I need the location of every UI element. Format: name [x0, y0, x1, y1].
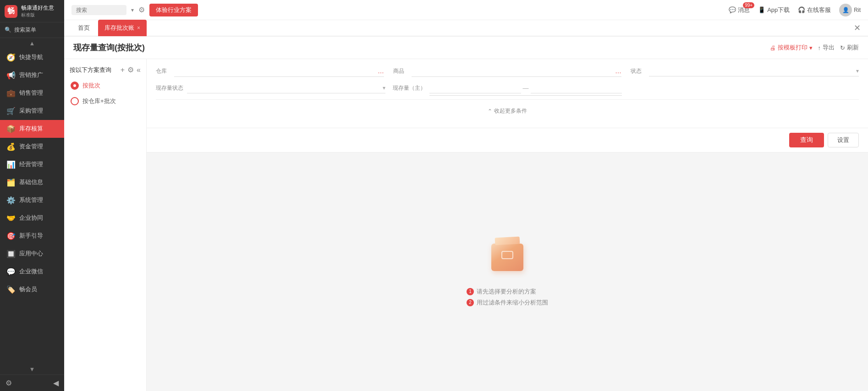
sidebar-item-purchase[interactable]: 🛒 采购管理 [0, 102, 64, 120]
stock-status-control[interactable]: ▾ [187, 83, 385, 93]
app-title: 畅康通好生意 [21, 5, 54, 12]
stock-qty-dash: — [523, 85, 529, 92]
collapse-row: ⌃ 收起更多条件 [156, 99, 859, 124]
filter-grid-row1: 仓库 … 商品 … [156, 65, 859, 77]
topbar-gear-btn[interactable]: ⚙ [138, 5, 145, 14]
sidebar-item-system[interactable]: ⚙️ 系统管理 [0, 191, 64, 209]
trial-industry-btn[interactable]: 体验行业方案 [149, 4, 198, 16]
sidebar-item-appstore[interactable]: 🔲 应用中心 [0, 245, 64, 263]
sidebar: 畅 畅康通好生意 标准版 🔍 搜索菜单 ▲ 🧭 快捷导航 📢 营销推广 💼 销售… [0, 0, 64, 391]
page-title: 现存量查询(按批次) [73, 42, 145, 53]
page-header: 现存量查询(按批次) 🖨 按模板打印 ▾ ↑ 导出 ↻ 刷新 [64, 37, 868, 59]
filter-row2: 现存量状态 ▾ 现存量（主） — [156, 81, 859, 96]
basic-icon: 🗂️ [6, 178, 16, 187]
sidebar-item-label: 采购管理 [19, 107, 43, 115]
stock-qty-control: — [429, 81, 622, 96]
status-control[interactable]: ▾ [649, 66, 859, 76]
tip-num-1: 1 [467, 288, 474, 295]
sidebar-item-label: 系统管理 [19, 196, 43, 204]
tabbar-close-btn[interactable]: ✕ [854, 23, 861, 33]
shortcut-icon: 🧭 [6, 53, 16, 62]
export-btn[interactable]: ↑ 导出 [818, 43, 835, 52]
tab-home[interactable]: 首页 [71, 20, 96, 36]
warehouse-more-icon[interactable]: … [378, 67, 384, 75]
sidebar-item-label: 应用中心 [19, 250, 43, 258]
scheme-panel-title: 按以下方案查询 [70, 66, 111, 74]
scheme-dot-by-batch [71, 81, 79, 90]
user-profile-btn[interactable]: 👤 Rit [839, 4, 861, 16]
app-download-btn[interactable]: 📱 App下载 [758, 6, 790, 14]
sidebar-item-inventory[interactable]: 📦 库存核算 [0, 120, 64, 138]
sidebar-item-marketing[interactable]: 📢 营销推广 [0, 66, 64, 84]
template-print-btn[interactable]: 🖨 按模板打印 ▾ [770, 43, 813, 52]
goods-more-icon[interactable]: … [615, 67, 621, 75]
action-buttons-row: 查询 设置 [147, 128, 868, 152]
main-right: 仓库 … 商品 … [147, 59, 868, 391]
headset-icon: 🎧 [798, 6, 805, 13]
tab-close-icon[interactable]: × [137, 25, 140, 31]
sidebar-item-finance[interactable]: 💰 资金管理 [0, 138, 64, 156]
add-scheme-btn[interactable]: + [121, 66, 125, 74]
topbar: ▾ ⚙ 体验行业方案 💬 消息 99+ 📱 App下载 🎧 在线客服 👤 Rit [64, 0, 868, 20]
sidebar-item-wechat[interactable]: 💬 企业微信 [0, 263, 64, 281]
printer-icon: 🖨 [770, 44, 776, 51]
sidebar-item-label: 畅会员 [19, 285, 37, 293]
sidebar-item-member[interactable]: 🏷️ 畅会员 [0, 281, 64, 299]
settings-scheme-btn[interactable]: ⚙ [127, 65, 134, 74]
dropdown-btn[interactable]: ▾ [131, 7, 134, 13]
username: Rit [854, 7, 861, 13]
app-subtitle: 标准版 [21, 12, 54, 18]
tab-inventory-batch[interactable]: 库存批次账 × [98, 20, 147, 36]
sales-icon: 💼 [6, 89, 16, 98]
stock-qty-from[interactable] [429, 82, 521, 93]
online-service-btn[interactable]: 🎧 在线客服 [798, 6, 831, 14]
messages-btn[interactable]: 💬 消息 99+ [729, 6, 750, 14]
scroll-up-btn[interactable]: ▲ [0, 38, 64, 49]
settings-btn[interactable]: 设置 [828, 133, 859, 147]
sidebar-item-label: 营销推广 [19, 71, 43, 79]
dropdown-arrow-icon: ▾ [809, 44, 813, 51]
sidebar-item-label: 新手引导 [19, 232, 43, 240]
inventory-icon: 📦 [6, 125, 16, 133]
breadcrumb-input[interactable] [71, 5, 126, 15]
search-menu-item[interactable]: 🔍 搜索菜单 [0, 22, 64, 38]
sidebar-item-label: 快捷导航 [19, 53, 43, 61]
scheme-panel-header-actions: + ⚙ « [121, 65, 141, 74]
filter-warehouse: 仓库 … [156, 65, 384, 77]
sidebar-item-shortcut[interactable]: 🧭 快捷导航 [0, 49, 64, 66]
stock-status-arrow-icon: ▾ [383, 85, 385, 91]
newbie-icon: 🎯 [6, 232, 16, 240]
stock-qty-to[interactable] [531, 82, 622, 93]
search-menu-label: 搜索菜单 [14, 26, 36, 34]
scheme-panel-header: 按以下方案查询 + ⚙ « [64, 64, 146, 78]
filter-goods: 商品 … [393, 65, 621, 77]
collapse-more-btn[interactable]: ⌃ 收起更多条件 [488, 105, 527, 117]
sidebar-item-sales[interactable]: 💼 销售管理 [0, 84, 64, 102]
status-arrow-icon: ▾ [856, 68, 859, 74]
refresh-btn[interactable]: ↻ 刷新 [840, 43, 859, 52]
query-btn[interactable]: 查询 [789, 133, 824, 147]
sidebar-item-operations[interactable]: 📊 经营管理 [0, 156, 64, 174]
settings-icon[interactable]: ⚙ [5, 379, 12, 387]
collapse-scheme-btn[interactable]: « [137, 66, 141, 74]
appstore-icon: 🔲 [6, 250, 16, 258]
sidebar-header: 畅 畅康通好生意 标准版 [0, 0, 64, 22]
scheme-item-by-warehouse-batch[interactable]: 按仓库+批次 [64, 93, 146, 109]
message-icon: 💬 [729, 6, 736, 13]
empty-tips: 1 请先选择要分析的方案 2 用过滤条件来缩小分析范围 [467, 288, 548, 310]
sidebar-item-newbie[interactable]: 🎯 新手引导 [0, 227, 64, 245]
sidebar-item-label: 资金管理 [19, 142, 43, 151]
main-area: ▾ ⚙ 体验行业方案 💬 消息 99+ 📱 App下载 🎧 在线客服 👤 Rit [64, 0, 868, 391]
goods-label: 商品 [393, 67, 408, 75]
collapse-sidebar-icon[interactable]: ◀ [53, 379, 59, 387]
sidebar-item-enterprise[interactable]: 🤝 企业协同 [0, 209, 64, 227]
operations-icon: 📊 [6, 160, 16, 169]
scroll-down-btn[interactable]: ▼ [0, 364, 64, 375]
stock-status-label: 现存量状态 [156, 84, 183, 92]
sidebar-item-basic[interactable]: 🗂️ 基础信息 [0, 174, 64, 191]
filter-status: 状态 ▾ [631, 65, 859, 77]
scheme-dot-by-warehouse-batch [71, 97, 79, 105]
scheme-item-by-batch[interactable]: 按批次 [64, 78, 146, 93]
tabbar: 首页 库存批次账 × ✕ [64, 20, 868, 37]
tab-home-label: 首页 [78, 24, 90, 32]
